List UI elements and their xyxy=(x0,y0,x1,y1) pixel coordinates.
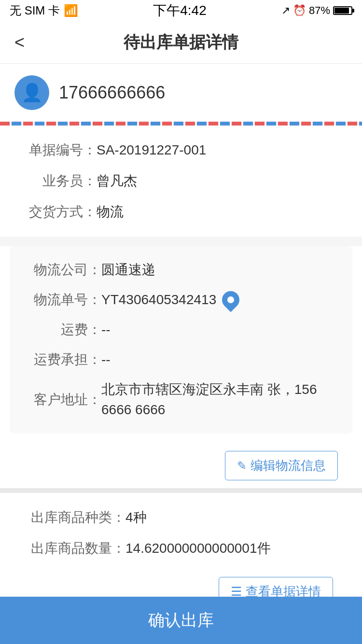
freight-bear-label: 运费承担： xyxy=(24,350,101,370)
freight-row: 运费： -- xyxy=(24,320,338,340)
dashed-divider xyxy=(0,122,362,126)
nav-bar: < 待出库单据详情 xyxy=(0,21,362,64)
product-type-label: 出库商品种类： xyxy=(14,507,125,528)
edit-logistics-button[interactable]: ✎ 编辑物流信息 xyxy=(225,451,338,480)
product-quantity-row: 出库商品数量： 14.620000000000001件 xyxy=(14,538,348,559)
confirm-button[interactable]: 确认出库 xyxy=(0,597,362,644)
alarm-icon: ⏰ xyxy=(293,4,306,17)
tracking-value: YT4306405342413 xyxy=(101,290,338,310)
logistics-company-label: 物流公司： xyxy=(24,260,101,280)
status-left: 无 SIM 卡 📶 xyxy=(10,3,78,18)
product-type-row: 出库商品种类： 4种 xyxy=(14,507,348,528)
document-no-row: 单据编号： SA-20191227-001 xyxy=(14,140,348,160)
delivery-method-label: 交货方式： xyxy=(14,202,97,222)
edit-logistics-area: ✎ 编辑物流信息 xyxy=(10,443,352,488)
product-type-value: 4种 xyxy=(125,507,348,528)
order-info-section: 单据编号： SA-20191227-001 业务员： 曾凡杰 交货方式： 物流 xyxy=(0,126,362,237)
status-time: 下午4:42 xyxy=(153,1,207,20)
battery-icon xyxy=(333,6,352,15)
logistics-card: 物流公司： 圆通速递 物流单号： YT4306405342413 运费： -- … xyxy=(10,246,352,434)
freight-label: 运费： xyxy=(24,320,101,340)
tracking-row: 物流单号： YT4306405342413 xyxy=(24,290,338,310)
product-quantity-label: 出库商品数量： xyxy=(14,538,125,559)
confirm-label: 确认出库 xyxy=(148,609,214,631)
tracking-label: 物流单号： xyxy=(24,290,101,310)
separator xyxy=(0,488,362,493)
logistics-company-row: 物流公司： 圆通速递 xyxy=(24,260,338,280)
sales-person-row: 业务员： 曾凡杰 xyxy=(14,171,348,191)
document-no-value: SA-20191227-001 xyxy=(97,140,348,160)
freight-bear-value: -- xyxy=(101,350,338,370)
freight-bear-row: 运费承担： -- xyxy=(24,350,338,370)
back-button[interactable]: < xyxy=(14,32,25,53)
location-icon: ↗ xyxy=(281,4,290,17)
edit-logistics-label: 编辑物流信息 xyxy=(251,457,326,474)
avatar-icon: 👤 xyxy=(21,83,43,103)
status-bar: 无 SIM 卡 📶 下午4:42 ↗ ⏰ 87% xyxy=(0,0,362,21)
carrier-text: 无 SIM 卡 xyxy=(10,3,60,18)
sales-person-value: 曾凡杰 xyxy=(97,171,348,191)
logistics-company-value: 圆通速递 xyxy=(101,260,338,280)
page-title: 待出库单据详情 xyxy=(124,31,238,54)
delivery-method-row: 交货方式： 物流 xyxy=(14,202,348,222)
user-phone: 17666666666 xyxy=(59,83,165,103)
freight-value: -- xyxy=(101,320,338,340)
avatar: 👤 xyxy=(14,75,49,110)
sales-person-label: 业务员： xyxy=(14,171,97,191)
edit-icon: ✎ xyxy=(237,459,247,473)
battery-text: 87% xyxy=(309,4,330,17)
wifi-icon: 📶 xyxy=(64,4,78,17)
delivery-method-value: 物流 xyxy=(97,202,348,222)
address-row: 客户地址： 北京市市辖区海淀区永丰南 张，156 6666 6666 xyxy=(24,379,338,420)
status-right: ↗ ⏰ 87% xyxy=(281,4,352,17)
address-label: 客户地址： xyxy=(24,390,101,410)
document-no-label: 单据编号： xyxy=(14,140,97,160)
product-quantity-value: 14.620000000000001件 xyxy=(125,538,348,559)
logistics-section: 物流公司： 圆通速递 物流单号： YT4306405342413 运费： -- … xyxy=(0,246,362,488)
location-pin-icon xyxy=(219,288,243,312)
user-header: 👤 17666666666 xyxy=(0,64,362,122)
address-value: 北京市市辖区海淀区永丰南 张，156 6666 6666 xyxy=(101,379,338,420)
